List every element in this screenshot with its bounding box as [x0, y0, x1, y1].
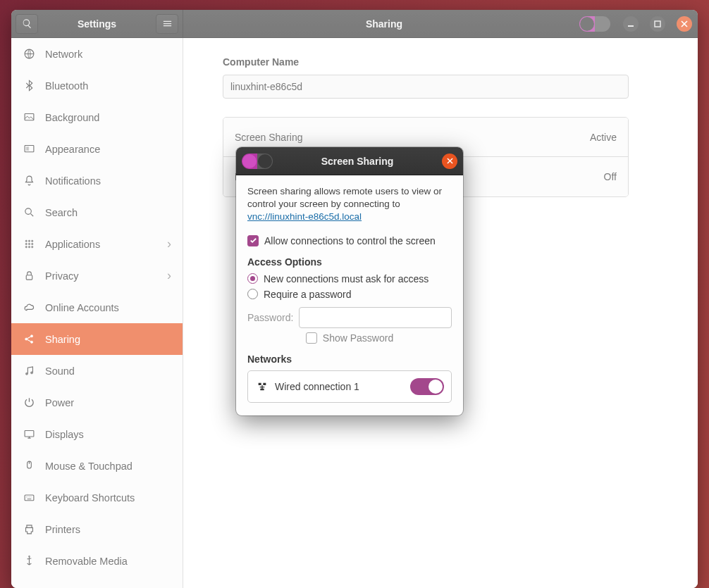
sidebar-item-label: Displays [45, 429, 84, 440]
mouse-icon [23, 460, 35, 473]
show-password-row[interactable]: Show Password [247, 332, 452, 344]
keyboard-icon [23, 492, 35, 504]
minimize-button[interactable] [623, 16, 639, 32]
globe-icon [23, 48, 35, 61]
radio-password-row[interactable]: Require a password [247, 289, 452, 300]
sidebar-item-network[interactable]: Network [11, 38, 183, 70]
password-label: Password: [247, 312, 293, 323]
settings-title: Settings [42, 18, 152, 30]
svg-point-10 [25, 243, 27, 244]
background-icon [23, 111, 35, 124]
screen-sharing-row-status: Active [590, 132, 617, 143]
screen-sharing-row-label: Screen Sharing [235, 132, 303, 143]
maximize-button[interactable] [650, 16, 665, 32]
maximize-icon [654, 20, 661, 27]
sharing-master-toggle[interactable] [579, 16, 610, 32]
allow-control-checkbox[interactable] [247, 235, 259, 246]
cloud-icon [23, 301, 35, 314]
svg-point-7 [25, 240, 27, 242]
bluetooth-icon [23, 80, 35, 92]
sidebar-item-label: Bluetooth [45, 80, 88, 92]
sidebar[interactable]: NetworkBluetoothBackgroundAppearanceNoti… [11, 38, 183, 588]
sidebar-item-label: Printers [45, 524, 80, 535]
radio-password[interactable] [247, 289, 258, 299]
close-button[interactable] [677, 16, 692, 32]
check-icon [249, 237, 257, 244]
svg-point-18 [30, 335, 32, 337]
allow-control-row[interactable]: Allow connections to control the screen [247, 235, 452, 246]
media-sharing-row-status: Off [604, 171, 617, 182]
computer-name-input[interactable] [223, 75, 629, 99]
svg-point-25 [28, 556, 30, 557]
show-password-checkbox[interactable] [306, 332, 317, 344]
access-options-heading: Access Options [247, 256, 452, 268]
radio-password-label: Require a password [264, 289, 352, 300]
page-title: Sharing [189, 18, 579, 30]
svg-rect-22 [25, 431, 34, 437]
titlebar-left: Settings [11, 10, 183, 37]
network-toggle[interactable] [410, 378, 444, 395]
sidebar-item-power[interactable]: Power [11, 387, 183, 418]
titlebar: Settings Sharing [11, 10, 698, 38]
network-row: Wired connection 1 [247, 370, 452, 403]
sidebar-item-printers[interactable]: Printers [11, 513, 183, 545]
dialog-desc-text: Screen sharing allows remote users to vi… [247, 186, 442, 209]
close-icon [681, 20, 688, 27]
svg-point-21 [30, 372, 32, 374]
svg-point-12 [31, 243, 32, 244]
share-icon [23, 333, 35, 346]
password-row: Password: [247, 307, 452, 328]
show-password-label: Show Password [323, 332, 393, 344]
dialog-header: Screen Sharing [236, 147, 463, 175]
bell-icon [23, 175, 35, 187]
computer-name-label: Computer Name [223, 56, 658, 68]
sidebar-item-online-accounts[interactable]: Online Accounts [11, 292, 183, 323]
sidebar-item-keyboard-shortcuts[interactable]: Keyboard Shortcuts [11, 482, 183, 513]
sidebar-item-appearance[interactable]: Appearance [11, 133, 183, 165]
sidebar-item-label: Privacy [45, 270, 79, 282]
radio-ask[interactable] [247, 273, 258, 284]
sidebar-item-notifications[interactable]: Notifications [11, 165, 183, 196]
hamburger-button[interactable] [156, 14, 178, 34]
sidebar-item-label: Sharing [45, 334, 80, 345]
svg-point-17 [25, 338, 27, 340]
sidebar-item-mouse-touchpad[interactable]: Mouse & Touchpad [11, 450, 183, 482]
music-icon [23, 365, 35, 377]
usb-icon [23, 555, 35, 568]
sidebar-item-label: Background [45, 112, 99, 123]
sidebar-item-label: Search [45, 207, 78, 218]
radio-ask-label: New connections must ask for access [264, 273, 429, 284]
svg-point-8 [28, 240, 30, 242]
sidebar-item-sharing[interactable]: Sharing [11, 323, 183, 355]
password-input[interactable] [299, 307, 452, 328]
sidebar-item-applications[interactable]: Applications› [11, 228, 183, 260]
sidebar-item-label: Power [45, 397, 74, 408]
sidebar-item-background[interactable]: Background [11, 101, 183, 133]
networks-heading: Networks [247, 354, 452, 365]
svg-point-19 [30, 341, 32, 343]
sidebar-item-privacy[interactable]: Privacy› [11, 260, 183, 292]
minimize-icon [627, 20, 634, 27]
sidebar-item-label: Mouse & Touchpad [45, 461, 132, 472]
sidebar-item-label: Applications [45, 239, 100, 250]
sidebar-item-label: Network [45, 49, 82, 60]
search-button[interactable] [16, 14, 38, 34]
sidebar-item-search[interactable]: Search [11, 196, 183, 228]
dialog-close-button[interactable] [442, 154, 457, 169]
titlebar-right: Sharing [183, 10, 698, 37]
svg-point-9 [31, 240, 32, 242]
radio-ask-row[interactable]: New connections must ask for access [247, 273, 452, 284]
sidebar-item-label: Online Accounts [45, 302, 119, 313]
vnc-link[interactable]: vnc://linuxhint-e86c5d.local [247, 211, 362, 222]
sidebar-item-removable-media[interactable]: Removable Media [11, 545, 183, 577]
close-icon [447, 158, 453, 164]
sidebar-item-displays[interactable]: Displays [11, 418, 183, 450]
svg-rect-16 [26, 275, 32, 280]
sidebar-item-bluetooth[interactable]: Bluetooth [11, 70, 183, 101]
screen-sharing-toggle[interactable] [242, 154, 273, 169]
svg-point-20 [25, 373, 27, 375]
screen-sharing-dialog: Screen Sharing Screen sharing allows rem… [236, 147, 463, 415]
sidebar-item-sound[interactable]: Sound [11, 355, 183, 387]
printer-icon [23, 523, 35, 536]
chevron-right-icon: › [167, 268, 171, 283]
